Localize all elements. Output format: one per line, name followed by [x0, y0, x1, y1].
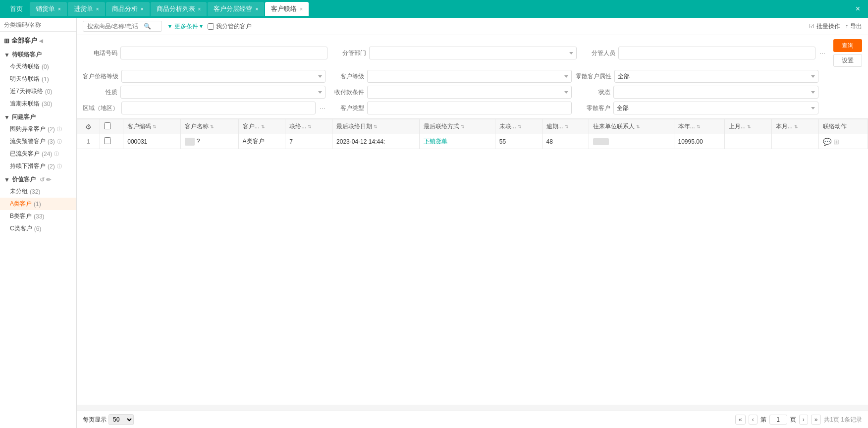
- close-customer-contact-icon[interactable]: ×: [300, 6, 303, 12]
- retail-customer-select[interactable]: 全部: [613, 102, 818, 114]
- page-size-selector[interactable]: 每页显示 50 100 200: [83, 414, 134, 425]
- class-b-count: (33): [34, 213, 44, 220]
- churn-warning-info-icon[interactable]: ⓘ: [57, 138, 62, 145]
- declining-info-icon[interactable]: ⓘ: [57, 163, 62, 170]
- row-last-contact-method[interactable]: 下销货单: [419, 134, 495, 149]
- grid-action-icon[interactable]: ⊞: [833, 138, 839, 146]
- payment-select[interactable]: [367, 86, 572, 99]
- nav-close-all[interactable]: ×: [852, 4, 864, 13]
- filter-search-box[interactable]: 🔍: [83, 21, 162, 32]
- abnormal-info-icon[interactable]: ⓘ: [57, 126, 62, 133]
- tab-home-label: 首页: [10, 4, 23, 13]
- filter-search-icon[interactable]: 🔍: [144, 23, 151, 30]
- section-pending-contact[interactable]: ▼ 待联络客户: [0, 48, 76, 60]
- customer-type-input[interactable]: [367, 102, 572, 114]
- th-this-year[interactable]: 本年...⇅: [674, 119, 724, 134]
- sidebar-item-churned[interactable]: 已流失客户 (24) ⓘ: [0, 148, 76, 160]
- person-input[interactable]: [618, 47, 816, 59]
- contact-method-link[interactable]: 下销货单: [424, 138, 447, 145]
- close-purchase-icon[interactable]: ×: [96, 6, 99, 12]
- last-page-btn[interactable]: »: [811, 415, 821, 425]
- chat-action-icon[interactable]: 💬: [823, 138, 831, 146]
- dept-label: 分管部门: [331, 49, 366, 57]
- tab-customer-tier[interactable]: 客户分层经营 ×: [208, 2, 264, 16]
- tab-goods-analysis[interactable]: 商品分析 ×: [106, 2, 150, 16]
- th-customer-name[interactable]: 客户名称⇅: [181, 119, 238, 134]
- filter-row-2: 客户价格等级 客户等级 零散客户属性 全部: [83, 70, 862, 83]
- my-customers-checkbox[interactable]: 我分管的客户: [208, 22, 252, 31]
- nature-select[interactable]: [120, 86, 326, 99]
- prev-page-btn[interactable]: ‹: [749, 415, 758, 425]
- tab-home[interactable]: 首页: [4, 2, 29, 16]
- close-sales-icon[interactable]: ×: [58, 6, 61, 12]
- sidebar-item-overdue-contact[interactable]: 逾期未联络 (30): [0, 98, 76, 110]
- tab-goods-list-label: 商品分析列表: [157, 4, 195, 13]
- churned-info-icon[interactable]: ⓘ: [54, 151, 59, 158]
- th-customer-code[interactable]: 客户编码⇅: [123, 119, 181, 134]
- th-gear[interactable]: ⚙: [77, 119, 100, 134]
- th-contact-person[interactable]: 往来单位联系人⇅: [589, 119, 674, 134]
- sidebar-item-churn-warning[interactable]: 流失预警客户 (3) ⓘ: [0, 135, 76, 148]
- dept-select[interactable]: [369, 47, 576, 59]
- region-input[interactable]: [121, 102, 316, 114]
- edit-icon[interactable]: ✏: [46, 176, 51, 183]
- th-overdue[interactable]: 逾期...⇅: [542, 119, 589, 134]
- sidebar-item-declining[interactable]: 持续下滑客户 (2) ⓘ: [0, 160, 76, 172]
- settings-button[interactable]: 设置: [833, 54, 862, 67]
- abnormal-count: (2): [48, 126, 55, 133]
- close-goods-analysis-icon[interactable]: ×: [141, 6, 144, 12]
- row-checkbox-cell[interactable]: [100, 134, 123, 149]
- th-last-month[interactable]: 上月...⇅: [725, 119, 772, 134]
- sidebar-search-bar[interactable]: 🔍: [0, 18, 76, 32]
- person-dots[interactable]: ···: [819, 49, 825, 57]
- sidebar-item-class-c[interactable]: C类客户 (6): [0, 222, 76, 235]
- section-value-customers[interactable]: ▼ 价值客户 ↺ ✏: [0, 172, 76, 185]
- sidebar-item-today-pending[interactable]: 今天待联络 (0): [0, 60, 76, 73]
- sidebar-item-tomorrow-pending[interactable]: 明天待联络 (1): [0, 73, 76, 85]
- region-dots[interactable]: ···: [320, 104, 326, 112]
- row-checkbox[interactable]: [104, 137, 111, 144]
- first-page-btn[interactable]: «: [735, 415, 746, 425]
- select-all-checkbox[interactable]: [104, 122, 111, 129]
- th-customer-type[interactable]: 客户...⇅: [238, 119, 285, 134]
- th-contact-count[interactable]: 联络...⇅: [285, 119, 332, 134]
- page-size-select[interactable]: 50 100 200: [108, 414, 134, 425]
- horizontal-scrollbar[interactable]: [77, 405, 868, 411]
- th-this-month[interactable]: 本月...⇅: [771, 119, 818, 134]
- th-action: 联络动作: [818, 119, 868, 134]
- close-goods-list-icon[interactable]: ×: [198, 6, 201, 12]
- more-filters-btn[interactable]: ▼ 更多条件 ▾: [167, 22, 203, 31]
- th-checkbox[interactable]: [100, 119, 123, 134]
- my-customers-check[interactable]: [208, 23, 214, 30]
- price-level-select[interactable]: [121, 70, 326, 83]
- tab-sales[interactable]: 销货单 ×: [30, 2, 67, 16]
- customer-level-select[interactable]: [367, 70, 572, 83]
- export-btn[interactable]: ↑ 导出: [845, 22, 862, 31]
- tab-customer-contact[interactable]: 客户联络 ×: [265, 2, 309, 16]
- sidebar-all-customers[interactable]: ⊞ 全部客户 ◀: [0, 34, 76, 48]
- sidebar-item-abnormal[interactable]: 囤购异常客户 (2) ⓘ: [0, 123, 76, 135]
- query-button[interactable]: 查询: [833, 39, 862, 52]
- sidebar-item-7days-pending[interactable]: 近7天待联络 (0): [0, 85, 76, 98]
- tab-purchase[interactable]: 进货单 ×: [68, 2, 105, 16]
- page-number-input[interactable]: [769, 415, 787, 425]
- sidebar-search-input[interactable]: [4, 21, 78, 28]
- tab-goods-list[interactable]: 商品分析列表 ×: [151, 2, 207, 16]
- th-last-contact-date[interactable]: 最后联络日期⇅: [332, 119, 420, 134]
- th-uncontacted[interactable]: 未联...⇅: [495, 119, 542, 134]
- sidebar-item-class-b[interactable]: B类客户 (33): [0, 210, 76, 222]
- sidebar-item-class-a[interactable]: A类客户 (1): [0, 198, 76, 210]
- status-select[interactable]: [613, 86, 818, 99]
- th-customer-code-label: 客户编码: [127, 123, 151, 130]
- close-customer-tier-icon[interactable]: ×: [255, 6, 258, 12]
- bulk-op-btn[interactable]: ☑ 批量操作: [809, 22, 840, 31]
- refresh-icon[interactable]: ↺: [40, 176, 45, 183]
- retail-attr-select[interactable]: 全部: [614, 70, 818, 83]
- phone-input[interactable]: [120, 47, 327, 59]
- filter-search-input[interactable]: [87, 23, 142, 30]
- section-problem-label: 问题客户: [12, 113, 36, 121]
- th-last-contact-method[interactable]: 最后联络方式⇅: [419, 119, 495, 134]
- next-page-btn[interactable]: ›: [799, 415, 808, 425]
- section-problem-customers[interactable]: ▼ 问题客户: [0, 110, 76, 123]
- sidebar-item-ungrouped[interactable]: 未分组 (32): [0, 185, 76, 198]
